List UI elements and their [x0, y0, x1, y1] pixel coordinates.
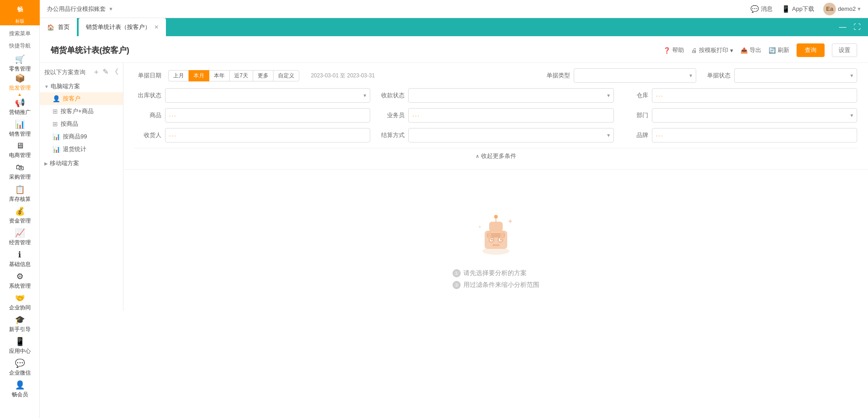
scheme-item-by-goods[interactable]: ⊞ 按商品 — [40, 118, 123, 130]
sidebar-item-inventory[interactable]: 📋 库存核算 — [0, 183, 40, 204]
refresh-btn[interactable]: 🔄 刷新 — [769, 46, 789, 54]
filter-area: 单据日期 上月 本月 本年 近7天 更多 自定义 2023-03-01 至 20… — [123, 63, 868, 170]
template-print-label: 按模板打印 — [699, 46, 728, 54]
goods-label: 商品 — [134, 111, 161, 119]
app-download-btn[interactable]: 📱 App下载 — [782, 5, 814, 13]
warehouse-select[interactable]: ··· — [652, 88, 857, 103]
salesperson-select[interactable]: ··· — [408, 108, 613, 123]
sidebar-item-operations[interactable]: 📈 经营管理 — [0, 226, 40, 248]
user-dropdown-icon: ▾ — [858, 5, 861, 12]
logo[interactable]: 畅 标版 — [0, 0, 40, 25]
export-label: 导出 — [750, 46, 761, 54]
collapse-bar[interactable]: ∧ 收起更多条件 — [134, 148, 857, 164]
help-btn[interactable]: ❓ 帮助 — [663, 46, 684, 54]
sidebar-item-sales[interactable]: 📊 销售管理 — [0, 118, 40, 139]
scheme-add-icon[interactable]: ＋ — [93, 67, 100, 77]
sidebar-item-label-quicknav[interactable]: 快捷导航 — [9, 42, 31, 50]
order-status-label: 单据状态 — [703, 71, 731, 80]
department-select[interactable]: ▾ — [652, 108, 857, 123]
window-maximize-btn[interactable]: ⛶ — [852, 22, 863, 33]
scheme-group-desktop-header[interactable]: ▼ 电脑端方案 — [40, 81, 123, 92]
scheme-item-label-goods: 按商品 — [61, 120, 78, 128]
sidebar-item-system[interactable]: ⚙ 系统管理 — [0, 270, 40, 291]
date-btn-7days[interactable]: 近7天 — [229, 70, 253, 81]
scheme-item-refund-stat[interactable]: 📊 退货统计 — [40, 143, 123, 156]
basicinfo-icon: ℹ — [18, 250, 21, 260]
main-content: 办公用品行业模拟账套 ▾ 💬 消息 📱 App下载 Ea demo2 ▾ � — [40, 0, 868, 418]
stock-status-label: 出库状态 — [134, 91, 161, 100]
recipient-label: 收货人 — [134, 131, 161, 139]
tab-close-btn[interactable]: ✕ — [154, 24, 159, 30]
department-label: 部门 — [621, 111, 648, 119]
scheme-header: 按以下方案查询 ＋ ✎ 《 — [40, 67, 123, 81]
sidebar-item-cooperation[interactable]: 🤝 企业协同 — [0, 291, 40, 313]
tab-sales-stat[interactable]: 销货单统计表（按客户） ✕ — [79, 18, 166, 36]
message-icon: 💬 — [750, 5, 759, 13]
scheme-item-by-customer[interactable]: 👤 按客户 — [40, 92, 123, 105]
sidebar-item-member[interactable]: 👤 畅会员 — [0, 378, 40, 400]
date-btn-more[interactable]: 更多 — [253, 70, 274, 81]
goods-select[interactable]: ··· — [165, 108, 370, 123]
sidebar-item-appcenter[interactable]: 📱 应用中心 — [0, 335, 40, 356]
salesperson-label: 业务员 — [377, 111, 405, 119]
export-btn[interactable]: 📤 导出 — [741, 46, 761, 54]
order-status-chevron: ▾ — [850, 72, 853, 79]
scheme-item-icon-customer: 👤 — [52, 95, 60, 102]
date-btn-thismonth[interactable]: 本月 — [189, 70, 209, 81]
scheme-item-by-goods99[interactable]: 📊 按商品99 — [40, 130, 123, 143]
sidebar-item-retail[interactable]: 🛒 零售管理 — [0, 52, 40, 74]
window-minimize-btn[interactable]: — — [837, 22, 848, 33]
topbar-dropdown-icon[interactable]: ▾ — [109, 5, 113, 12]
tab-home[interactable]: 🏠 首页 — [40, 18, 77, 36]
sidebar-item-label-system: 系统管理 — [9, 282, 31, 290]
sidebar-item-wholesale[interactable]: 📦 批发管理 ▲ — [0, 74, 40, 96]
scheme-group-mobile-header[interactable]: ▶ 移动端方案 — [40, 157, 123, 169]
wholesale-icon: 📦 — [15, 73, 25, 83]
user-section[interactable]: Ea demo2 ▾ — [823, 3, 861, 15]
message-btn[interactable]: 💬 消息 — [750, 5, 773, 13]
sidebar-item-wechat[interactable]: 💬 企业微信 — [0, 356, 40, 378]
salesperson-col: 业务员 ··· — [377, 108, 613, 123]
order-status-select[interactable]: ▾ — [734, 68, 857, 83]
recipient-dots: ··· — [169, 132, 177, 139]
payment-status-select[interactable]: ▾ — [408, 88, 613, 103]
sidebar-quick-nav-section: 快捷导航 — [0, 40, 39, 52]
marketing-icon: 📢 — [15, 98, 25, 108]
settlement-label: 结算方式 — [377, 131, 405, 139]
svg-text:✦: ✦ — [478, 224, 481, 229]
sidebar-item-purchase[interactable]: 🛍 采购管理 — [0, 161, 40, 183]
message-label: 消息 — [761, 5, 773, 13]
scheme-edit-icon[interactable]: ✎ — [103, 67, 108, 77]
scheme-item-label-custgoods: 按客户+商品 — [61, 107, 94, 115]
sidebar-item-basicinfo[interactable]: ℹ 基础信息 — [0, 248, 40, 270]
query-button[interactable]: 查询 — [797, 43, 825, 57]
template-print-btn[interactable]: 🖨 按模板打印 ▾ — [691, 46, 733, 54]
scheme-item-icon-refund: 📊 — [52, 146, 60, 153]
scheme-item-by-customer-goods[interactable]: ⊞ 按客户+商品 — [40, 105, 123, 118]
order-type-chevron: ▾ — [689, 72, 692, 79]
order-type-select[interactable]: ▾ — [574, 68, 697, 83]
page-actions: ❓ 帮助 🖨 按模板打印 ▾ 📤 导出 🔄 刷新 — [663, 43, 857, 57]
collapse-arrow-icon: ∧ — [476, 153, 479, 159]
brand-select[interactable]: ··· — [652, 128, 857, 142]
recipient-select[interactable]: ··· — [165, 128, 370, 142]
stock-status-select[interactable]: ▾ — [165, 88, 370, 103]
date-btn-lastmonth[interactable]: 上月 — [168, 70, 189, 81]
empty-tip-1: ① 请先选择要分析的方案 — [453, 269, 539, 277]
empty-svg: ✦ ✦ — [469, 206, 523, 260]
date-btn-custom[interactable]: 自定义 — [273, 70, 299, 81]
scheme-header-label: 按以下方案查询 — [44, 68, 85, 76]
scheme-item-icon-goods99: 📊 — [52, 133, 60, 140]
settings-button[interactable]: 设置 — [832, 43, 857, 57]
sidebar-item-marketing[interactable]: 📢 营销推广 — [0, 96, 40, 118]
sidebar-item-newguide[interactable]: 🎓 新手引导 — [0, 313, 40, 335]
scheme-item-label-goods99: 按商品99 — [63, 133, 87, 141]
date-btn-thisyear[interactable]: 本年 — [209, 70, 230, 81]
settlement-col: 结算方式 ▾ — [377, 128, 613, 142]
main-right: 单据日期 上月 本月 本年 近7天 更多 自定义 2023-03-01 至 20… — [123, 63, 868, 311]
settlement-select[interactable]: ▾ — [408, 128, 613, 142]
sidebar-item-finance[interactable]: 💰 资金管理 — [0, 204, 40, 226]
scheme-collapse-icon[interactable]: 《 — [111, 67, 118, 77]
sidebar-item-label-search[interactable]: 搜索菜单 — [9, 30, 31, 38]
sidebar-item-ecommerce[interactable]: 🖥 电商管理 — [0, 139, 40, 161]
